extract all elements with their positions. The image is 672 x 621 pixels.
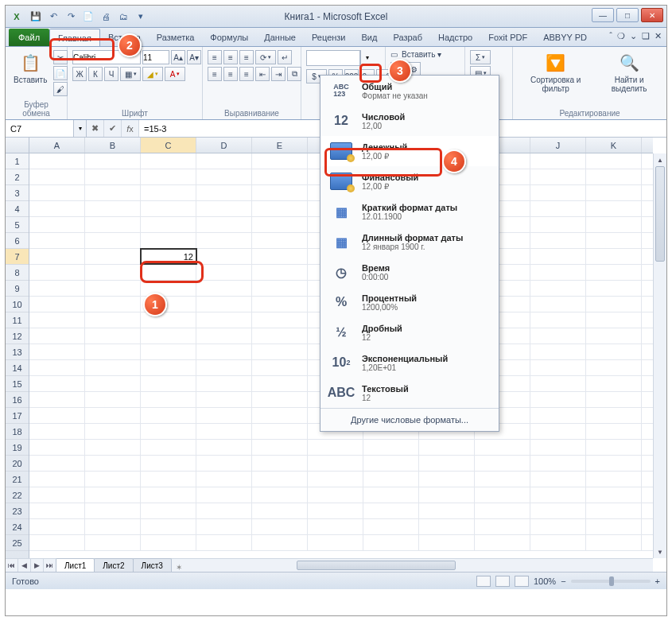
cell-D9[interactable] <box>196 281 252 296</box>
indent-dec-button[interactable]: ⇤ <box>255 67 270 81</box>
vscroll-thumb[interactable] <box>655 166 665 262</box>
cell-A16[interactable] <box>29 392 85 407</box>
align-top-button[interactable]: ≡ <box>208 50 222 64</box>
cell-20[interactable] <box>363 456 419 471</box>
cell-C21[interactable] <box>141 472 196 487</box>
col-header-A[interactable]: A <box>29 138 85 153</box>
cell-J8[interactable] <box>530 265 586 280</box>
cell-A9[interactable] <box>29 281 85 296</box>
align-center-button[interactable]: ≡ <box>223 67 238 81</box>
cell-B11[interactable] <box>85 312 141 328</box>
maximize-button[interactable]: □ <box>616 8 639 22</box>
cell-K5[interactable] <box>586 217 642 232</box>
cell-22[interactable] <box>308 487 363 503</box>
view-normal-button[interactable] <box>476 576 491 587</box>
cell-C2[interactable] <box>141 169 196 184</box>
merge-button[interactable]: ⧉ <box>287 67 301 81</box>
titlebar-help-icon-1[interactable]: ❍ <box>617 31 625 41</box>
format-painter-button[interactable]: 🖌 <box>53 82 68 96</box>
row-header-18[interactable]: 18 <box>6 424 29 440</box>
numfmt-item-0[interactable]: ABC123ОбщийФормат не указан <box>320 76 499 106</box>
view-layout-button[interactable] <box>495 576 510 587</box>
orientation-button[interactable]: ⟳ <box>255 50 276 64</box>
cell-E15[interactable] <box>252 376 308 391</box>
cell-K16[interactable] <box>586 392 642 407</box>
col-header-J[interactable]: J <box>530 138 586 153</box>
row-header-15[interactable]: 15 <box>6 376 29 392</box>
cell-24[interactable] <box>363 519 419 534</box>
cell-A10[interactable] <box>29 297 85 312</box>
cell-E2[interactable] <box>252 169 308 184</box>
row-header-19[interactable]: 19 <box>6 440 29 456</box>
cell-A15[interactable] <box>29 376 85 391</box>
cell-A23[interactable] <box>29 503 85 518</box>
italic-button[interactable]: К <box>88 67 103 81</box>
cell-J4[interactable] <box>530 201 586 216</box>
cell-E25[interactable] <box>252 535 308 550</box>
cell-C17[interactable] <box>141 408 196 423</box>
row-header-24[interactable]: 24 <box>6 519 29 535</box>
select-all-corner[interactable] <box>6 138 29 153</box>
cell-E11[interactable] <box>252 312 308 328</box>
cell-20[interactable] <box>419 456 475 471</box>
cell-E7[interactable] <box>252 249 308 264</box>
cell-B10[interactable] <box>85 297 141 312</box>
cell-E4[interactable] <box>252 201 308 216</box>
ribbon-tab-5[interactable]: Рецензи <box>304 29 354 46</box>
row-header-2[interactable]: 2 <box>6 169 29 185</box>
cell-C23[interactable] <box>141 503 196 518</box>
cell-25[interactable] <box>308 535 363 550</box>
cell-J25[interactable] <box>530 535 586 550</box>
numfmt-item-9[interactable]: 102Экспоненциальный1,20E+01 <box>320 347 499 378</box>
cell-19[interactable] <box>475 440 530 455</box>
sheet-nav-prev[interactable]: ◀ <box>18 558 31 572</box>
cell-K24[interactable] <box>586 519 642 534</box>
cell-D23[interactable] <box>196 503 252 518</box>
cell-K2[interactable] <box>586 169 642 184</box>
cell-B9[interactable] <box>85 281 141 296</box>
row-header-14[interactable]: 14 <box>6 360 29 376</box>
numfmt-item-7[interactable]: %Процентный1200,00% <box>320 287 499 317</box>
col-header-C[interactable]: C <box>141 138 196 153</box>
col-header-B[interactable]: B <box>85 138 141 153</box>
cell-B21[interactable] <box>85 472 141 487</box>
font-color-button[interactable]: A <box>165 67 185 81</box>
cell-E17[interactable] <box>252 408 308 423</box>
cell-D13[interactable] <box>196 344 252 359</box>
cell-K12[interactable] <box>586 328 642 343</box>
numfmt-item-3[interactable]: Финансовый12,00 ₽ <box>320 166 499 196</box>
wrap-text-button[interactable]: ↵ <box>278 50 292 64</box>
scroll-down-arrow[interactable]: ▼ <box>654 545 666 558</box>
numfmt-item-10[interactable]: ABCТекстовый12 <box>320 378 499 408</box>
cell-C13[interactable] <box>141 344 196 359</box>
ribbon-tab-9[interactable]: Foxit PDF <box>480 29 535 46</box>
cell-D16[interactable] <box>196 392 252 407</box>
cell-E23[interactable] <box>252 503 308 518</box>
row-header-6[interactable]: 6 <box>6 233 29 249</box>
cell-K7[interactable] <box>586 249 642 264</box>
titlebar-help-icon-0[interactable]: ˆ <box>609 31 612 41</box>
row-header-9[interactable]: 9 <box>6 281 29 297</box>
cell-E12[interactable] <box>252 328 308 343</box>
cell-25[interactable] <box>419 535 475 550</box>
grow-font-button[interactable]: A▴ <box>171 50 185 64</box>
cell-23[interactable] <box>475 503 530 518</box>
cell-K9[interactable] <box>586 281 642 296</box>
cell-J9[interactable] <box>530 281 586 296</box>
cell-23[interactable] <box>363 503 419 518</box>
cell-C7[interactable]: 12 <box>141 249 196 264</box>
numfmt-item-5[interactable]: ▦Длинный формат даты12 января 1900 г. <box>320 227 499 257</box>
titlebar-help-icon-2[interactable]: ⌄ <box>630 31 637 41</box>
cell-C12[interactable] <box>141 328 196 343</box>
align-right-button[interactable]: ≡ <box>239 67 254 81</box>
row-header-5[interactable]: 5 <box>6 217 29 233</box>
row-header-23[interactable]: 23 <box>6 503 29 519</box>
cell-K6[interactable] <box>586 233 642 248</box>
cell-J2[interactable] <box>530 169 586 184</box>
ribbon-tab-8[interactable]: Надстро <box>430 29 480 46</box>
col-header-K[interactable]: K <box>586 138 642 153</box>
minimize-button[interactable]: — <box>592 8 614 22</box>
sort-filter-button[interactable]: 🔽 Сортировка и фильтр <box>518 50 593 95</box>
cell-E6[interactable] <box>252 233 308 248</box>
cell-D20[interactable] <box>196 456 252 471</box>
